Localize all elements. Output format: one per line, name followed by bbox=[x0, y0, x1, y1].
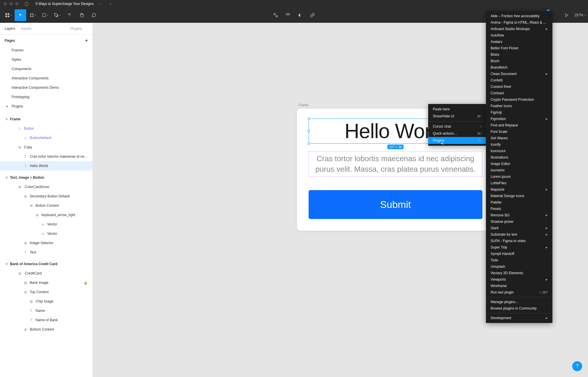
plugin-item[interactable]: Image Editor bbox=[486, 161, 552, 167]
layer-name[interactable]: TName bbox=[0, 306, 92, 315]
ctx-cursor-chat[interactable]: Cursor chat/ bbox=[428, 123, 486, 130]
layer-vector-2[interactable]: ▭Vector bbox=[0, 229, 92, 238]
page-components[interactable]: Components bbox=[0, 64, 92, 74]
plugin-item[interactable]: Wireframe bbox=[486, 283, 552, 289]
layer-keyboard-arrow[interactable]: ⊞keyboard_arrow_right bbox=[0, 210, 92, 220]
layer-text-image-button[interactable]: #Text, Image + Button bbox=[0, 173, 92, 182]
page-frames[interactable]: Frames bbox=[0, 46, 92, 55]
text-tool-button[interactable] bbox=[64, 9, 75, 21]
tab-plugins[interactable]: Plugins bbox=[71, 27, 82, 31]
plugin-item[interactable]: Find and Replace bbox=[486, 122, 552, 128]
selection-handle-bl[interactable] bbox=[308, 143, 310, 145]
layer-frame[interactable]: #Frame bbox=[0, 114, 92, 124]
layer-chip-image[interactable]: ▨Chip Image bbox=[0, 297, 92, 306]
page-interactive-components-demo[interactable]: Interactive Components Demo bbox=[0, 83, 92, 92]
pen-tool-button[interactable]: ▾ bbox=[51, 9, 63, 21]
frame-label[interactable]: Frame bbox=[298, 103, 309, 107]
plugin-item[interactable]: Vectary 3D Elements bbox=[486, 270, 552, 276]
selection-handle-ml[interactable] bbox=[308, 130, 310, 132]
layer-creditcard[interactable]: ⊞.CreditCard bbox=[0, 269, 92, 278]
close-window-button[interactable] bbox=[4, 2, 7, 6]
plugin-item[interactable]: Substrate for text▶ bbox=[486, 231, 552, 238]
plugin-item[interactable]: Crypto Password Protection bbox=[486, 96, 552, 103]
layer-boa[interactable]: #Bank of America Credit Card bbox=[0, 259, 92, 269]
add-page-button[interactable]: + bbox=[85, 38, 88, 43]
shape-tool-button[interactable]: ▾ bbox=[39, 9, 51, 21]
layer-button[interactable]: ◇Button bbox=[0, 124, 92, 133]
plugin-item[interactable]: SUPA - Figma to video bbox=[486, 238, 552, 244]
canvas-paragraph-box[interactable]: Cras tortor lobortis maecenas id nec adi… bbox=[309, 151, 482, 177]
plugin-item[interactable]: Confetti bbox=[486, 77, 552, 84]
layer-bottom-content[interactable]: ⊞Bottom Content bbox=[0, 325, 92, 334]
file-tab-title[interactable]: 5 Ways to Supercharge Your Designs bbox=[36, 2, 94, 6]
comment-tool-button[interactable] bbox=[88, 9, 100, 21]
plugin-item[interactable]: Blush bbox=[486, 58, 552, 64]
layer-image-selector[interactable]: ⊞Image Selector bbox=[0, 238, 92, 248]
plugin-item[interactable]: Todo bbox=[486, 257, 552, 263]
main-menu-button[interactable]: ▾ bbox=[2, 9, 14, 21]
plugin-development[interactable]: Development▶ bbox=[486, 315, 552, 321]
plugin-item[interactable]: Font Scale bbox=[486, 128, 552, 135]
mask-tool-button[interactable] bbox=[282, 9, 294, 21]
plugin-item[interactable]: Sympli Handoff bbox=[486, 251, 552, 257]
zoom-dropdown[interactable]: 257%▾ bbox=[574, 13, 586, 17]
layer-button-content[interactable]: ⊞Button Content bbox=[0, 201, 92, 210]
lock-icon[interactable]: 🔒 bbox=[84, 281, 88, 285]
plugin-item[interactable]: Super Tidy▶ bbox=[486, 244, 552, 251]
plugin-item[interactable]: Viewports▶ bbox=[486, 276, 552, 283]
plugin-item[interactable]: Contrast bbox=[486, 90, 552, 96]
boolean-tool-button[interactable] bbox=[294, 9, 306, 21]
plugin-item[interactable]: Autoflow bbox=[486, 32, 552, 39]
plugin-item[interactable]: Get Waves bbox=[486, 135, 552, 141]
ctx-plugins[interactable]: Plugins▶ bbox=[428, 137, 486, 144]
plugin-item[interactable]: Avatars bbox=[486, 39, 552, 45]
plugin-item[interactable]: LottieFiles bbox=[486, 180, 552, 186]
layer-bank-image[interactable]: ▨Bank Image🔒 bbox=[0, 278, 92, 287]
plugin-manage[interactable]: Manage plugins… bbox=[486, 299, 552, 305]
plugin-item[interactable]: Better Font Picker bbox=[486, 45, 552, 51]
plugin-run-last[interactable]: Run last plugin⌥⌘P bbox=[486, 289, 552, 296]
close-tab-icon[interactable]: × bbox=[99, 2, 101, 6]
plugin-item[interactable]: Blobs bbox=[486, 51, 552, 58]
plugin-item[interactable]: Content Reel bbox=[486, 84, 552, 90]
plugin-item[interactable]: Lorem ipsum bbox=[486, 173, 552, 180]
component-tool-button[interactable] bbox=[270, 9, 281, 21]
plugin-item[interactable]: Unsplash bbox=[486, 263, 552, 270]
ctx-paste-here[interactable]: Paste here bbox=[428, 106, 486, 113]
move-tool-button[interactable] bbox=[15, 9, 26, 21]
layer-cras-text[interactable]: TCras tortor lobortis maecenas id nec ad… bbox=[0, 152, 92, 161]
present-button[interactable] bbox=[561, 10, 572, 20]
layer-secondary-button[interactable]: ⊞Secondary Button Default bbox=[0, 192, 92, 201]
add-tab-icon[interactable]: + bbox=[109, 1, 112, 6]
page-interactive-components[interactable]: Interactive Components bbox=[0, 74, 92, 83]
plugin-item[interactable]: Pexels bbox=[486, 206, 552, 212]
home-icon[interactable] bbox=[24, 2, 29, 6]
layer-colorcardgrow[interactable]: ⊞.ColorCardGrow bbox=[0, 182, 92, 192]
page-prototyping[interactable]: Prototyping bbox=[0, 92, 92, 102]
plugin-item[interactable]: Brandfetch bbox=[486, 64, 552, 71]
plugin-item[interactable]: Clean Document▶ bbox=[486, 71, 552, 77]
help-button[interactable]: ? bbox=[572, 361, 582, 371]
tab-layers[interactable]: Layers bbox=[5, 27, 15, 31]
plugin-item[interactable]: Isometric bbox=[486, 167, 552, 173]
selection-handle-tl[interactable] bbox=[308, 118, 310, 120]
minimize-window-button[interactable] bbox=[9, 2, 13, 6]
layer-name-of-bank[interactable]: TName of Bank bbox=[0, 315, 92, 325]
plugin-item[interactable]: Illustrations bbox=[486, 154, 552, 161]
layer-top-content[interactable]: ⊞Top Content bbox=[0, 287, 92, 297]
canvas-submit-button[interactable]: Submit bbox=[309, 190, 482, 219]
maximize-window-button[interactable] bbox=[15, 2, 19, 6]
hand-tool-button[interactable] bbox=[76, 9, 88, 21]
link-tool-button[interactable] bbox=[307, 9, 318, 21]
plugin-item[interactable]: Figmotion▶ bbox=[486, 116, 552, 122]
ctx-quick-actions[interactable]: Quick actions…⌘/ bbox=[428, 130, 486, 137]
plugin-item[interactable]: Iconify bbox=[486, 141, 552, 148]
plugin-item[interactable]: Anima - Figma to HTML, React & ... bbox=[486, 19, 552, 26]
plugin-item[interactable]: Remove BG▶ bbox=[486, 212, 552, 218]
layer-button-default[interactable]: ◇Button/default bbox=[0, 133, 92, 143]
plugin-browse[interactable]: Browse plugins in Community bbox=[486, 305, 552, 312]
page-plugins[interactable]: Plugins bbox=[0, 102, 92, 111]
plugin-item[interactable]: Able – Friction free accessibility bbox=[486, 13, 552, 19]
tab-assets[interactable]: Assets bbox=[21, 27, 32, 31]
plugin-item[interactable]: Shadow picker bbox=[486, 218, 552, 225]
